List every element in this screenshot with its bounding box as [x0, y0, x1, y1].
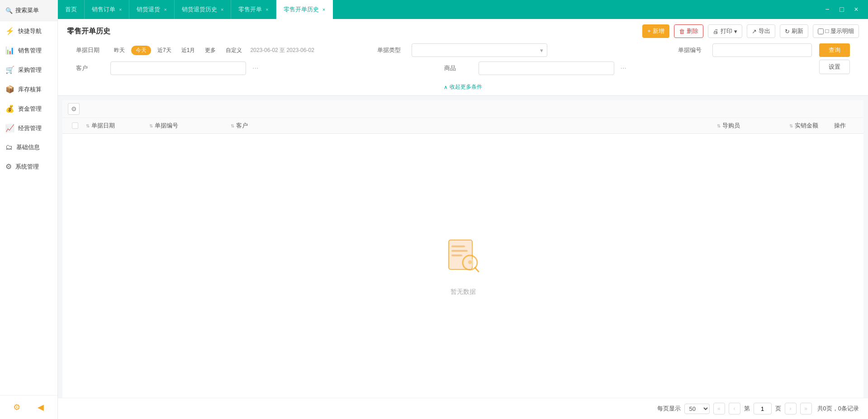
filter-fields: 单据日期 昨天 今天 近7天 近1月 更多 自定义 2023-06-02 至 2…: [76, 43, 812, 80]
th-amount[interactable]: ⇅ 实销金额: [768, 122, 822, 130]
sidebar-item-label: 采购管理: [18, 66, 42, 74]
tab-sales-return-history-close[interactable]: ×: [221, 7, 223, 12]
filter-main-row: 单据日期 昨天 今天 近7天 近1月 更多 自定义 2023-06-02 至 2…: [76, 43, 850, 80]
date-custom-btn[interactable]: 自定义: [222, 46, 246, 55]
table-area: ⚙ ⇅ 单据日期 ⇅ 单据编号: [58, 96, 868, 419]
collapse-icon: ◀: [38, 402, 44, 412]
query-button[interactable]: 查询: [819, 43, 850, 57]
filter-settings-button[interactable]: 设置: [819, 60, 850, 74]
date-yesterday-btn[interactable]: 昨天: [110, 46, 128, 55]
filter-goods-label: 商品: [444, 64, 476, 72]
maximize-icon: □: [840, 5, 844, 14]
th-guide[interactable]: ⇅ 导购员: [713, 122, 768, 130]
filter-customer-field: 客户 ···: [76, 61, 444, 75]
column-settings-button[interactable]: ⚙: [68, 103, 80, 115]
page-next-button[interactable]: ›: [785, 403, 797, 414]
filter-goods-field: 商品 ···: [444, 61, 812, 75]
page-first-button[interactable]: «: [713, 403, 725, 414]
filter-type-select[interactable]: ▾: [412, 43, 547, 57]
filter-goods-dots[interactable]: ···: [617, 64, 630, 72]
tab-sales-return-close[interactable]: ×: [164, 7, 166, 12]
window-minimize-button[interactable]: −: [821, 3, 834, 16]
sidebar-search-label: 搜索菜单: [15, 6, 39, 14]
tab-retail-open[interactable]: 零售开单 ×: [231, 0, 276, 19]
svg-rect-1: [451, 245, 465, 247]
main-area: 首页 销售订单 × 销货退货 × 销货退货历史 × 零售开单 × 零售开单历史 …: [58, 0, 868, 419]
delete-icon: 🗑: [679, 28, 685, 35]
operation-icon: 📈: [5, 124, 14, 132]
filter-collapse-row: ∧ 收起更多条件: [76, 80, 850, 95]
tab-sales-return[interactable]: 销货退货 ×: [129, 0, 174, 19]
minimize-icon: −: [825, 5, 829, 14]
sidebar-settings-button[interactable]: ⚙: [9, 400, 24, 414]
page-prev-button[interactable]: ‹: [729, 403, 740, 414]
pagination: 每页显示 50 10 20 100 « ‹ 第 页 ›: [58, 398, 868, 419]
th-guide-label: 导购员: [722, 122, 740, 130]
sidebar-item-purchase[interactable]: 🛒 采购管理: [0, 60, 57, 80]
refresh-button[interactable]: ↻ 刷新: [780, 24, 808, 38]
export-button[interactable]: ↗ 导出: [747, 24, 775, 38]
page-size-select[interactable]: 50 10 20 100: [684, 404, 710, 414]
sidebar-item-basic[interactable]: 🗂 基础信息: [0, 138, 57, 157]
sidebar-item-finance[interactable]: 💰 资金管理: [0, 99, 57, 118]
collapse-label: 收起更多条件: [450, 83, 482, 91]
date-last7-btn[interactable]: 近7天: [154, 46, 175, 55]
th-num[interactable]: ⇅ 单据编号: [146, 122, 227, 130]
sidebar-search[interactable]: 🔍 搜索菜单: [0, 0, 57, 21]
window-maximize-button[interactable]: □: [835, 3, 848, 16]
print-button[interactable]: 🖨 打印 ▾: [708, 24, 742, 38]
quicknav-icon: ⚡: [5, 27, 14, 35]
sidebar-item-sales[interactable]: 📊 销售管理: [0, 41, 57, 60]
per-page-label: 每页显示: [657, 405, 681, 413]
filter-num-label: 单据编号: [678, 46, 710, 54]
sales-icon: 📊: [5, 46, 14, 55]
display-detail-toggle[interactable]: □ 显示明细: [813, 24, 859, 38]
add-button-label: + 新增: [647, 27, 664, 35]
th-customer[interactable]: ⇅ 客户: [227, 122, 713, 130]
date-more-btn[interactable]: 更多: [201, 46, 219, 55]
window-close-button[interactable]: ×: [850, 3, 863, 16]
tab-retail-open-close[interactable]: ×: [266, 7, 268, 12]
tab-sales-order-close[interactable]: ×: [119, 7, 122, 12]
filter-num-input[interactable]: [712, 43, 812, 57]
select-all-checkbox[interactable]: [72, 122, 78, 129]
close-icon: ×: [854, 5, 858, 14]
filter-area: 单据日期 昨天 今天 近7天 近1月 更多 自定义 2023-06-02 至 2…: [67, 43, 859, 95]
tab-sales-order[interactable]: 销售订单 ×: [85, 0, 129, 19]
sidebar-item-inventory[interactable]: 📦 库存核算: [0, 80, 57, 99]
tab-bar-controls: − □ ×: [821, 3, 868, 16]
page-number-input[interactable]: [754, 403, 772, 414]
th-date[interactable]: ⇅ 单据日期: [82, 122, 146, 130]
th-action-label: 操作: [834, 122, 846, 130]
finance-icon: 💰: [5, 104, 14, 113]
tab-home[interactable]: 首页: [58, 0, 85, 19]
date-last1m-btn[interactable]: 近1月: [178, 46, 199, 55]
filter-customer-input[interactable]: [110, 61, 246, 75]
tab-retail-open-history-close[interactable]: ×: [323, 7, 325, 12]
sidebar-item-quicknav[interactable]: ⚡ 快捷导航: [0, 21, 57, 41]
add-button[interactable]: + 新增: [642, 24, 669, 38]
filter-row-1: 单据日期 昨天 今天 近7天 近1月 更多 自定义 2023-06-02 至 2…: [76, 43, 812, 57]
refresh-icon: ↻: [785, 28, 790, 35]
collapse-button[interactable]: ∧ 收起更多条件: [444, 81, 482, 93]
sidebar-item-label: 系统管理: [15, 163, 39, 171]
delete-button[interactable]: 🗑 删除: [674, 24, 703, 38]
tab-retail-open-history-label: 零售开单历史: [284, 5, 319, 14]
sidebar-collapse-button[interactable]: ◀: [33, 400, 48, 414]
page-last-button[interactable]: »: [800, 403, 812, 414]
sidebar-item-system[interactable]: ⚙ 系统管理: [0, 157, 57, 176]
tab-retail-open-history[interactable]: 零售开单历史 ×: [276, 0, 333, 19]
sidebar-item-label: 基础信息: [16, 143, 40, 151]
filter-goods-input[interactable]: [479, 61, 614, 75]
total-info: 共0页，0条记录: [817, 405, 859, 413]
display-detail-checkbox[interactable]: [818, 28, 824, 34]
page-next-icon: ›: [790, 405, 792, 412]
sidebar-item-operation[interactable]: 📈 经营管理: [0, 118, 57, 138]
th-customer-label: 客户: [236, 122, 248, 130]
tab-sales-return-history[interactable]: 销货退货历史 ×: [175, 0, 231, 19]
export-button-label: 导出: [759, 27, 770, 35]
table-header: ⇅ 单据日期 ⇅ 单据编号 ⇅ 客户 ⇅ 导购员: [62, 118, 863, 134]
date-today-btn[interactable]: 今天: [131, 46, 151, 55]
system-icon: ⚙: [5, 162, 12, 171]
filter-customer-dots[interactable]: ···: [249, 64, 262, 72]
